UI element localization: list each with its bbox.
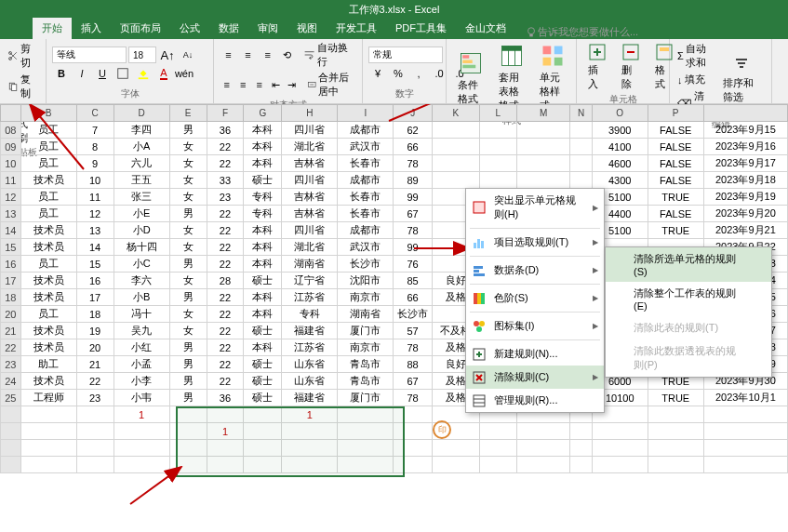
cell[interactable]: 女 <box>169 139 207 155</box>
cell[interactable]: 13 <box>76 222 114 239</box>
cell[interactable]: 22 <box>207 356 244 373</box>
cell[interactable]: 2023年10月1 <box>703 390 787 406</box>
cell[interactable]: 33 <box>207 172 244 189</box>
cell[interactable] <box>114 423 169 440</box>
cell[interactable]: 12 <box>76 206 114 222</box>
col-header[interactable]: J <box>394 105 433 122</box>
cell[interactable]: 小韦 <box>114 390 169 406</box>
cell[interactable] <box>394 440 433 457</box>
cell[interactable]: 22 <box>207 206 244 222</box>
cell[interactable] <box>338 406 394 423</box>
cell[interactable]: 女 <box>169 323 207 339</box>
cell[interactable]: FALSE <box>648 206 703 222</box>
indent-dec-button[interactable]: ⇤ <box>269 76 284 93</box>
cell[interactable]: 小红 <box>114 339 169 356</box>
cell[interactable]: 长春市 <box>338 155 394 172</box>
cell[interactable] <box>338 423 394 440</box>
cell[interactable]: 28 <box>207 273 244 289</box>
cell[interactable]: 硕士 <box>244 273 282 289</box>
cell[interactable] <box>570 139 592 155</box>
cell[interactable]: 男 <box>169 339 207 356</box>
comma-button[interactable]: , <box>409 65 428 82</box>
cell[interactable] <box>516 457 570 473</box>
cell[interactable]: 22 <box>207 339 244 356</box>
cell[interactable] <box>570 122 592 139</box>
cell[interactable]: 1 <box>282 406 338 423</box>
cell[interactable] <box>479 155 516 172</box>
menu-clear-rules[interactable]: 清除规则(C)▶ <box>466 366 604 389</box>
tab-data[interactable]: 数据 <box>209 18 248 39</box>
cell[interactable]: 技术员 <box>20 339 76 356</box>
font-name-combo[interactable]: 等线 <box>52 47 127 63</box>
cell[interactable]: 专科 <box>244 189 282 206</box>
cell[interactable] <box>432 139 479 155</box>
cell[interactable] <box>516 139 570 155</box>
cell[interactable] <box>20 457 76 473</box>
cell[interactable]: 技术员 <box>20 323 76 339</box>
cell[interactable]: 23 <box>207 189 244 206</box>
align-mid-button[interactable]: ≡ <box>239 47 257 63</box>
cell[interactable]: 南京市 <box>338 339 394 356</box>
col-header[interactable]: K <box>432 105 479 122</box>
align-top-button[interactable]: ≡ <box>220 47 237 63</box>
align-right-button[interactable]: ≡ <box>252 76 267 93</box>
cell[interactable]: 长春市 <box>338 189 394 206</box>
cell[interactable] <box>648 406 703 423</box>
align-left-button[interactable]: ≡ <box>220 76 234 93</box>
row-header[interactable]: 25 <box>1 390 21 406</box>
number-format-combo[interactable]: 常规 <box>368 47 443 63</box>
cell[interactable]: 杨十四 <box>114 239 169 256</box>
menu-color-scales[interactable]: 色阶(S)▶ <box>466 286 604 310</box>
cell[interactable] <box>516 423 570 440</box>
row-header[interactable] <box>1 423 21 440</box>
cell[interactable]: TRUE <box>648 390 703 406</box>
cell[interactable] <box>338 457 394 473</box>
cell[interactable]: 男 <box>169 206 207 222</box>
cell[interactable] <box>244 457 282 473</box>
cell[interactable]: 四川省 <box>282 172 338 189</box>
copy-button[interactable]: 复制 <box>6 72 40 101</box>
cell[interactable]: 14 <box>76 239 114 256</box>
cell[interactable] <box>20 440 76 457</box>
row-header[interactable]: 11 <box>1 172 21 189</box>
tab-wps[interactable]: 金山文档 <box>456 18 515 39</box>
cell[interactable]: 22 <box>207 256 244 273</box>
row-header[interactable]: 18 <box>1 289 21 306</box>
cell[interactable] <box>394 406 433 423</box>
cell[interactable]: 男 <box>169 373 207 390</box>
cell[interactable] <box>432 122 479 139</box>
tab-dev[interactable]: 开发工具 <box>327 18 386 39</box>
cell[interactable]: 青岛市 <box>338 356 394 373</box>
phonetic-button[interactable]: wén <box>175 65 194 82</box>
cell[interactable]: 2023年9月16 <box>703 139 787 155</box>
conditional-format-button[interactable]: 条件格式 <box>452 48 489 108</box>
cell[interactable] <box>703 457 787 473</box>
col-header[interactable]: O <box>592 105 648 122</box>
cell[interactable]: 长春市 <box>338 206 394 222</box>
row-header[interactable] <box>1 457 21 473</box>
cell[interactable] <box>570 172 592 189</box>
col-header[interactable]: B <box>20 105 76 122</box>
cell[interactable] <box>432 172 479 189</box>
cell[interactable]: 技术员 <box>20 273 76 289</box>
menu-highlight-rules[interactable]: 突出显示单元格规则(H)▶ <box>466 189 604 226</box>
cell[interactable] <box>282 440 338 457</box>
cell[interactable]: 江苏省 <box>282 339 338 356</box>
italic-button[interactable]: I <box>73 65 91 82</box>
cell[interactable] <box>76 457 114 473</box>
cell[interactable]: 工程师 <box>20 390 76 406</box>
menu-data-bars[interactable]: 数据条(D)▶ <box>466 259 604 282</box>
cell[interactable]: 长沙市 <box>394 306 433 323</box>
cell[interactable]: 专科 <box>244 206 282 222</box>
cell[interactable]: 4600 <box>592 155 648 172</box>
cell[interactable] <box>479 122 516 139</box>
row-header[interactable]: 21 <box>1 323 21 339</box>
wrap-button[interactable]: 自动换行 <box>298 41 356 69</box>
cell[interactable]: 湖北省 <box>282 239 338 256</box>
currency-button[interactable]: ¥ <box>368 65 387 82</box>
cell[interactable]: 吉林省 <box>282 155 338 172</box>
cell[interactable]: 21 <box>76 356 114 373</box>
cell[interactable]: 沈阳市 <box>338 273 394 289</box>
cell[interactable]: 男 <box>169 289 207 306</box>
cell[interactable]: 福建省 <box>282 323 338 339</box>
